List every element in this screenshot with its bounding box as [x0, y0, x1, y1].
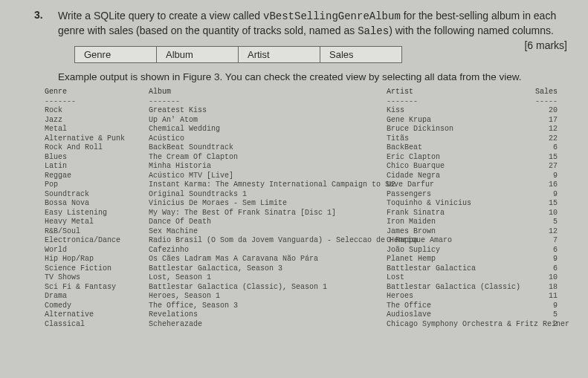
marks-label: [6 marks]: [524, 39, 567, 53]
q-part-c: ) with the following named columns.: [389, 25, 554, 36]
columns-table: Genre Album Artist Sales: [74, 46, 402, 63]
col-album: Album: [157, 46, 239, 62]
col-genre: Genre: [75, 46, 157, 62]
q-part-a: Write a SQLite query to create a view ca…: [58, 10, 263, 22]
sales-col-name: Sales: [358, 25, 389, 37]
example-text: Example output is shown in Figure 3. You…: [58, 71, 567, 84]
question-text: Write a SQLite query to create a view ca…: [58, 9, 567, 39]
view-name: vBestSellingGenreAlbum: [263, 10, 401, 22]
col-sales: Sales: [320, 46, 402, 62]
col-artist: Artist: [239, 46, 320, 62]
output-listing: GenreAlbumArtistSales ------------------…: [45, 88, 567, 329]
question-number: 3.: [34, 9, 43, 21]
